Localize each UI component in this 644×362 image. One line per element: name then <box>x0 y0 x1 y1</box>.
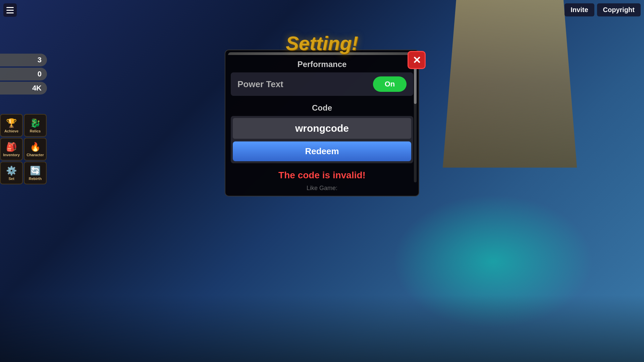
performance-section-title: Performance <box>225 55 419 72</box>
bg-floor <box>0 295 644 362</box>
invite-button[interactable]: Invite <box>565 3 594 16</box>
settings-dialog: Performance Power Text On Code Redeem Th… <box>225 50 419 196</box>
code-input[interactable] <box>233 118 411 139</box>
left-nav: 🏆 Achieve 🐉 Relics 🎒 Inventory 🔥 Charact… <box>0 114 47 184</box>
menu-line-3 <box>6 12 14 13</box>
stat-bar-1: 3 <box>0 54 47 66</box>
nav-btn-character[interactable]: 🔥 Character <box>24 138 47 161</box>
character-icon: 🔥 <box>30 142 41 152</box>
power-text-toggle[interactable]: On <box>373 76 407 92</box>
menu-line-1 <box>6 7 14 8</box>
rebirth-label: Rebirth <box>29 177 42 181</box>
rebirth-icon: 🔄 <box>30 166 41 176</box>
menu-icon[interactable] <box>3 3 17 17</box>
set-label: Set <box>8 177 14 181</box>
achieve-icon: 🏆 <box>6 118 17 128</box>
code-input-area: Redeem <box>231 116 413 163</box>
set-icon: ⚙️ <box>6 166 17 176</box>
code-section-title: Code <box>225 99 419 116</box>
nav-btn-set[interactable]: ⚙️ Set <box>0 162 23 184</box>
stat-bar-2: 0 <box>0 68 47 80</box>
bg-building <box>443 0 577 168</box>
relics-icon: 🐉 <box>30 118 41 128</box>
nav-btn-relics[interactable]: 🐉 Relics <box>24 114 47 137</box>
nav-btn-achieve[interactable]: 🏆 Achieve <box>0 114 23 137</box>
nav-btn-rebirth[interactable]: 🔄 Rebirth <box>24 162 47 184</box>
achieve-label: Achieve <box>4 129 18 133</box>
error-message: The code is invalid! <box>225 167 419 183</box>
inventory-label: Inventory <box>3 153 20 157</box>
power-text-label: Power Text <box>237 79 283 89</box>
scrollbar[interactable] <box>414 64 417 182</box>
scrollbar-thumb[interactable] <box>414 64 417 104</box>
menu-line-2 <box>6 10 14 11</box>
like-game-text: Like Game: <box>225 183 419 196</box>
close-button[interactable]: ✕ <box>408 51 426 69</box>
redeem-button[interactable]: Redeem <box>233 141 411 161</box>
left-sidebar: 3 0 4K <box>0 54 47 95</box>
stat-bar-3: 4K <box>0 82 47 95</box>
inventory-icon: 🎒 <box>6 142 17 152</box>
nav-btn-inventory[interactable]: 🎒 Inventory <box>0 138 23 161</box>
relics-label: Relics <box>30 129 41 133</box>
dialog-title: Setting! <box>286 32 358 54</box>
character-label: Character <box>26 153 44 157</box>
top-right-buttons: Invite Copyright <box>565 3 641 16</box>
copyright-button[interactable]: Copyright <box>597 3 641 16</box>
power-text-row: Power Text On <box>231 72 413 96</box>
